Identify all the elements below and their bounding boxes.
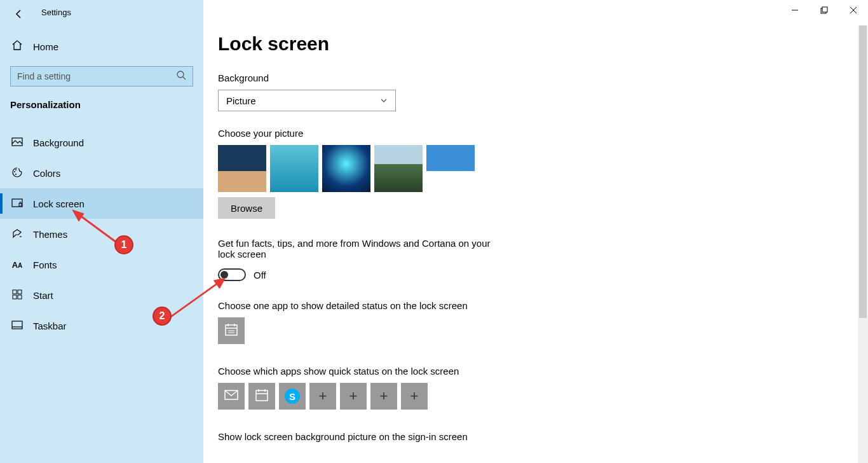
palette-icon [11, 167, 23, 180]
fun-facts-label: Get fun facts, tips, and more from Windo… [218, 238, 491, 259]
sidebar-item-label: Fonts [33, 259, 57, 270]
start-icon [11, 289, 23, 301]
svg-rect-12 [19, 204, 22, 206]
picture-thumb-5[interactable] [426, 145, 475, 192]
page-title: Lock screen [218, 33, 868, 55]
home-label: Home [33, 41, 58, 52]
quick-status-add-3[interactable]: + [370, 383, 397, 410]
svg-rect-17 [18, 295, 22, 299]
sidebar-item-label: Colors [33, 168, 60, 179]
svg-marker-34 [214, 278, 225, 288]
search-icon [176, 70, 186, 83]
sidebar-item-colors[interactable]: Colors [0, 158, 203, 188]
svg-rect-16 [13, 295, 17, 299]
picture-thumbnails [218, 145, 868, 192]
app-title: Settings [41, 8, 71, 17]
picture-thumb-4[interactable] [374, 145, 423, 192]
sidebar-item-background[interactable]: Background [0, 127, 203, 158]
taskbar-icon [11, 321, 23, 331]
choose-picture-label: Choose your picture [218, 128, 868, 139]
back-button[interactable] [13, 8, 25, 20]
sidebar-item-label: Start [33, 290, 53, 301]
plus-icon: + [319, 388, 327, 404]
svg-rect-18 [12, 321, 22, 329]
svg-point-9 [15, 169, 17, 170]
svg-rect-20 [226, 325, 237, 335]
lock-screen-icon [11, 198, 23, 209]
sidebar-item-label: Themes [33, 229, 67, 240]
chevron-down-icon [380, 95, 388, 106]
plus-icon: + [380, 388, 388, 404]
picture-icon [11, 137, 23, 148]
plus-icon: + [410, 388, 419, 404]
home-link[interactable]: Home [11, 39, 58, 53]
background-label: Background [218, 73, 868, 83]
annotation-arrow-2 [165, 273, 229, 324]
picture-thumb-3[interactable] [322, 145, 370, 192]
detailed-status-label: Choose one app to show detailed status o… [218, 300, 868, 311]
section-title: Personalization [10, 99, 81, 110]
plus-icon: + [349, 388, 358, 404]
fonts-icon: AA [11, 260, 23, 270]
svg-rect-14 [13, 290, 17, 294]
svg-line-33 [170, 282, 220, 317]
svg-line-6 [183, 77, 186, 79]
quick-status-app-mail[interactable] [218, 383, 245, 410]
calendar-icon [224, 322, 238, 339]
calendar-icon [255, 388, 269, 404]
signin-picture-label: Show lock screen background picture on t… [218, 431, 868, 442]
quick-status-add-1[interactable]: + [309, 383, 336, 410]
mail-icon [224, 390, 238, 403]
quick-status-add-4[interactable]: + [401, 383, 428, 410]
quick-status-app-calendar[interactable] [248, 383, 275, 410]
main-content: Lock screen Background Picture Choose yo… [218, 0, 868, 463]
annotation-badge-1: 1 [114, 235, 133, 254]
dropdown-value: Picture [226, 95, 256, 106]
quick-status-app-skype[interactable]: S [279, 383, 306, 410]
themes-icon [11, 228, 23, 241]
quick-status-add-2[interactable]: + [340, 383, 367, 410]
sidebar-item-label: Taskbar [33, 321, 67, 331]
annotation-badge-2: 2 [153, 307, 172, 326]
picture-thumb-1[interactable] [218, 145, 266, 192]
svg-rect-27 [256, 390, 268, 401]
svg-point-10 [15, 174, 17, 175]
search-input[interactable] [17, 71, 170, 81]
svg-rect-15 [18, 290, 22, 294]
browse-button[interactable]: Browse [218, 197, 275, 219]
toggle-state-label: Off [254, 270, 266, 280]
svg-marker-32 [72, 210, 84, 221]
home-icon [11, 39, 23, 53]
background-dropdown[interactable]: Picture [218, 90, 396, 111]
scrollbar-thumb[interactable] [859, 25, 867, 318]
sidebar-item-label: Background [33, 137, 84, 148]
quick-status-label: Choose which apps show quick status on t… [218, 366, 868, 377]
search-box[interactable] [10, 66, 193, 86]
svg-point-5 [177, 71, 184, 78]
skype-icon: S [285, 389, 300, 404]
svg-point-8 [14, 171, 15, 172]
picture-thumb-2[interactable] [270, 145, 318, 192]
